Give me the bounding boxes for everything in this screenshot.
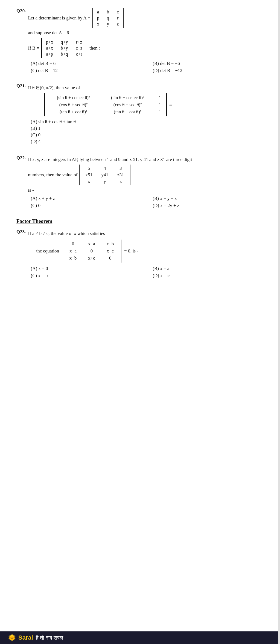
q21-text: If θ ∈(0, π/2), then value of (28, 85, 264, 91)
q23-equation-label: the equation (36, 248, 59, 254)
question-20: Q20. Let a determinant is given by A = a… (16, 8, 264, 73)
q21-optD: (D) 4 (31, 139, 264, 144)
q22-options: (A) x + y + z (B) x − y + z (C) 0 (D) x … (31, 196, 264, 208)
section-title: Factor Theorem (16, 218, 264, 224)
q20-optC: (C) det B = 12 (31, 68, 142, 73)
q20-label: Q20. (16, 8, 26, 14)
cell: r (115, 15, 120, 21)
cell: y (106, 21, 110, 27)
q22-content: If x, y, z are integers in AP, lying bet… (28, 155, 264, 208)
right-scroll-border[interactable] (278, 0, 280, 644)
question-22: Q22. If x, y, z are integers in AP, lyin… (16, 155, 264, 208)
q21-equals: = (169, 102, 172, 108)
q20-optB: (B) det B = −6 (153, 61, 264, 66)
q20-text-before: Let a determinant is given by A = (28, 15, 90, 21)
cell: c (115, 9, 120, 15)
cell: c+z (74, 45, 84, 51)
cell: 4 (99, 166, 110, 171)
cell: x (83, 179, 94, 184)
q22-matrix: 5 4 3 x51 y41 z31 x y z (79, 165, 130, 185)
q23-label: Q23. (16, 229, 26, 235)
cell: (tan θ − cot θ)² (103, 109, 152, 115)
q20-matrix-B: p+x q+y r+z a+x b+y c+z a+p b+q c+r (41, 38, 87, 58)
q22-optA: (A) x + y + z (31, 196, 142, 201)
cell: x51 (83, 172, 94, 178)
q22-optB: (B) x − y + z (153, 196, 264, 201)
cell: y (99, 179, 110, 184)
question-21: Q21. If θ ∈(0, π/2), then value of (sin … (16, 83, 264, 145)
cell: b+q (59, 51, 69, 57)
q21-options: (A) sin θ + cos θ + tan θ (B) 1 (C) 0 (D… (31, 119, 264, 144)
cell: 0 (103, 255, 117, 261)
q23-options: (A) x = 0 (B) x = a (C) x = b (D) x = c (31, 266, 264, 278)
q21-content: If θ ∈(0, π/2), then value of (sin θ + c… (28, 83, 264, 145)
cell: p (96, 15, 101, 21)
cell: z (115, 21, 120, 27)
cell: y41 (99, 172, 110, 178)
cell: x−c (103, 248, 117, 254)
q23-equals-zero: = 0, is - (124, 248, 138, 254)
q23-content: If a ≠ b ≠ c, the value of x which satis… (28, 229, 264, 278)
cell: 5 (83, 166, 94, 171)
sun-icon: 🌞 (8, 634, 16, 641)
q21-optB: (B) 1 (31, 126, 264, 131)
cell: (sin θ − cos ec θ)² (103, 95, 152, 100)
q22-label: Q22. (16, 155, 26, 161)
cell: x (96, 21, 101, 27)
cell: 0 (85, 248, 98, 254)
q20-matrix-A: a b c p q r x y z (92, 8, 124, 28)
q22-optD: (D) x = 2y + z (153, 203, 264, 208)
q20-det-text: and suppose det A = 6. (28, 30, 264, 36)
q22-text3: is - (28, 188, 264, 193)
question-23: Q23. If a ≠ b ≠ c, the value of x which … (16, 229, 264, 278)
cell: x+c (85, 255, 98, 261)
q22-text2: numbers, then the value of (28, 172, 77, 178)
cell: p+x (45, 39, 54, 45)
cell: b (106, 9, 110, 15)
brand-name: Saral (18, 634, 33, 641)
cell: a (96, 9, 101, 15)
cell: (sin θ + cos ec θ)² (49, 95, 98, 100)
q22-text1: If x, y, z are integers in AP, lying bet… (28, 157, 264, 162)
cell: c+r (74, 51, 84, 57)
q23-matrix: 0 x−a x−b x+a 0 x−c x+b x+c 0 (62, 240, 121, 263)
q23-optD: (D) x = c (153, 273, 264, 278)
q20-ifB-text: If B = (28, 45, 39, 51)
cell: r+z (74, 39, 84, 45)
q23-optC: (C) x = b (31, 273, 142, 278)
cell: (tan θ + cot θ)² (49, 109, 98, 115)
q20-optA: (A) det B = 6 (31, 61, 142, 66)
q22-optC: (C) 0 (31, 203, 142, 208)
cell: 1 (157, 95, 162, 100)
footer-bar: 🌞 Saral है तो सब सरल (0, 631, 280, 644)
q23-optA: (A) x = 0 (31, 266, 142, 271)
cell: 1 (157, 109, 162, 115)
cell: x−b (103, 241, 117, 247)
cell: 3 (115, 166, 126, 171)
q22-det-row: numbers, then the value of 5 4 3 x51 y41… (28, 165, 264, 185)
cell: b+y (59, 45, 69, 51)
q20-then-text: then : (89, 45, 100, 51)
q20-optD: (D) det B = −12 (153, 68, 264, 73)
cell: z (115, 179, 126, 184)
q23-text: If a ≠ b ≠ c, the value of x which satis… (28, 231, 264, 236)
q21-matrix: (sin θ + cos ec θ)² (sin θ − cos ec θ)² … (44, 93, 167, 116)
cell: (cos θ − sec θ)² (103, 102, 152, 108)
q21-determinant: (sin θ + cos ec θ)² (sin θ − cos ec θ)² … (44, 93, 264, 116)
footer-tagline: है तो सब सरल (36, 635, 63, 641)
q20-options: (A) det B = 6 (B) det B = −6 (C) det B =… (31, 61, 264, 73)
cell: z31 (115, 172, 126, 178)
cell: x+a (66, 248, 80, 254)
cell: q+y (59, 39, 69, 45)
cell: 1 (157, 102, 162, 108)
cell: a+p (45, 51, 54, 57)
q21-optC: (C) 0 (31, 132, 264, 138)
cell: 0 (66, 241, 80, 247)
q21-optA: (A) sin θ + cos θ + tan θ (31, 119, 264, 125)
q21-label: Q21. (16, 83, 26, 89)
cell: x−a (85, 241, 98, 247)
cell: (cos θ + sec θ)² (49, 102, 98, 108)
cell: x+b (66, 255, 80, 261)
q20-content: Let a determinant is given by A = a b c … (28, 8, 264, 73)
cell: q (106, 15, 110, 21)
